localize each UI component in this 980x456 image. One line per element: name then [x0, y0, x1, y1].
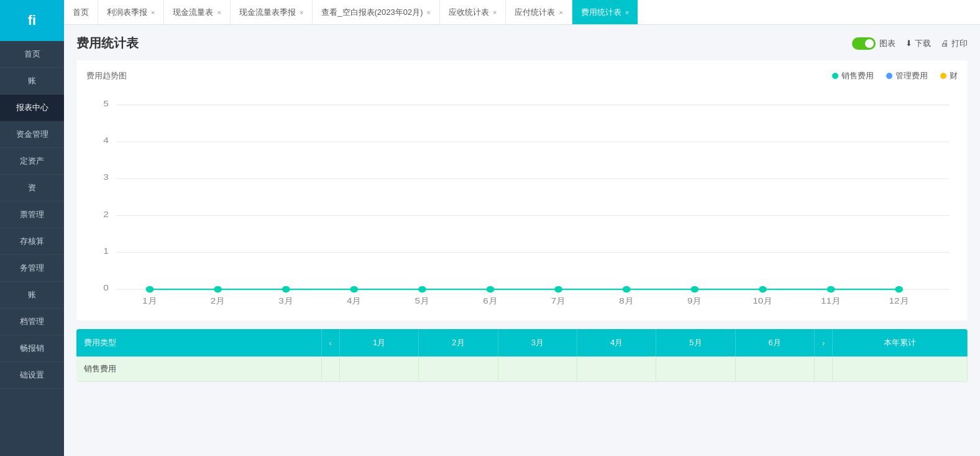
- line-chart-svg: 0 1 2 3 4 5: [86, 86, 958, 310]
- row-val-blank2: [814, 356, 832, 381]
- svg-text:5月: 5月: [415, 297, 430, 305]
- svg-text:10月: 10月: [753, 297, 772, 305]
- sidebar-item-base-settings[interactable]: 础设置: [0, 362, 64, 389]
- svg-text:9月: 9月: [687, 297, 702, 305]
- chart-point-jun: [487, 286, 495, 293]
- chart-toggle-label: 图表: [879, 38, 895, 49]
- download-label: 下载: [915, 38, 931, 49]
- sidebar-item-archive-mgmt[interactable]: 档管理: [0, 309, 64, 335]
- chart-card: 费用趋势图 销售费用 管理费用 财: [76, 60, 968, 320]
- chart-point-mar: [282, 286, 290, 293]
- svg-text:11月: 11月: [821, 297, 841, 305]
- tab-profit-quarter[interactable]: 利润表季报 ×: [98, 0, 164, 25]
- svg-text:0: 0: [103, 283, 109, 292]
- data-table: 费用类型 ‹ 1月 2月 3月 4月 5月 6月 › 本年累计 销售费用: [76, 329, 968, 382]
- download-button[interactable]: ⬇ 下载: [905, 38, 931, 49]
- tab-blank-report[interactable]: 查看_空白报表(2023年02月) ×: [313, 0, 440, 25]
- col-month-5: 5月: [656, 329, 735, 356]
- svg-text:8月: 8月: [619, 297, 634, 305]
- chart-toggle[interactable]: [852, 37, 876, 50]
- svg-text:3: 3: [103, 173, 109, 182]
- tab-expense[interactable]: 费用统计表 ×: [572, 0, 638, 25]
- sidebar-item-ledger[interactable]: 账: [0, 282, 64, 309]
- table-row: 销售费用: [76, 356, 968, 381]
- svg-text:5: 5: [103, 99, 109, 108]
- chart-point-feb: [214, 286, 222, 293]
- sidebar-item-report-center[interactable]: 报表中心: [0, 95, 64, 121]
- print-button[interactable]: 🖨 打印: [941, 38, 968, 49]
- sidebar-item-inventory[interactable]: 存核算: [0, 228, 64, 255]
- col-month-1: 1月: [339, 329, 418, 356]
- chart-point-nov: [827, 286, 835, 293]
- tab-close-receivable[interactable]: ×: [493, 9, 497, 16]
- svg-text:2: 2: [103, 210, 109, 218]
- row-annual: [833, 356, 968, 381]
- sidebar-item-home[interactable]: 首页: [0, 41, 64, 68]
- print-label: 打印: [951, 38, 968, 49]
- tab-home[interactable]: 首页: [64, 0, 98, 25]
- sidebar-item-smooth-cancel[interactable]: 畅报销: [0, 335, 64, 362]
- chart-toggle-wrap: 图表: [852, 37, 895, 50]
- sidebar-item-service-mgmt[interactable]: 务管理: [0, 255, 64, 282]
- tab-cashflow-quarter[interactable]: 现金流量表季报 ×: [231, 0, 313, 25]
- row-type-label: 销售费用: [76, 356, 321, 381]
- chart-title: 费用趋势图: [86, 70, 127, 81]
- col-month-4: 4月: [577, 329, 656, 356]
- row-val-6: [735, 356, 814, 381]
- svg-text:12月: 12月: [889, 297, 909, 305]
- chart-point-apr: [350, 286, 358, 293]
- tab-close-blank-report[interactable]: ×: [427, 9, 431, 16]
- legend-dot-admin: [886, 73, 892, 79]
- row-val-blank: [321, 356, 339, 381]
- row-val-3: [498, 356, 577, 381]
- chart-point-jan: [146, 286, 154, 293]
- legend-label-sales: 销售费用: [841, 70, 874, 81]
- row-val-1: [339, 356, 418, 381]
- svg-text:3月: 3月: [278, 297, 293, 305]
- sidebar-item-ticket-mgmt[interactable]: 票管理: [0, 202, 64, 228]
- tab-close-profit-quarter[interactable]: ×: [151, 9, 155, 16]
- legend-admin: 管理费用: [886, 70, 928, 81]
- nav-next-button[interactable]: ›: [814, 329, 832, 356]
- sidebar-item-account[interactable]: 账: [0, 68, 64, 95]
- sidebar-logo: fi: [0, 0, 64, 41]
- chart-point-oct: [759, 286, 767, 293]
- page-title: 费用统计表: [76, 35, 139, 52]
- tab-receivable[interactable]: 应收统计表 ×: [440, 0, 506, 25]
- chart-point-dec: [895, 286, 903, 293]
- legend-label-admin: 管理费用: [895, 70, 928, 81]
- nav-prev-button[interactable]: ‹: [321, 329, 339, 356]
- row-val-5: [656, 356, 735, 381]
- chart-point-jul: [554, 286, 562, 293]
- tab-cashflow[interactable]: 现金流量表 ×: [164, 0, 230, 25]
- header-actions: 图表 ⬇ 下载 🖨 打印: [852, 37, 968, 50]
- tab-close-expense[interactable]: ×: [625, 9, 629, 16]
- print-icon: 🖨: [941, 39, 949, 48]
- tab-close-cashflow[interactable]: ×: [217, 9, 221, 16]
- col-month-3: 3月: [498, 329, 577, 356]
- row-val-4: [577, 356, 656, 381]
- tab-close-cashflow-quarter[interactable]: ×: [300, 9, 303, 16]
- sidebar-item-fixed-assets[interactable]: 定资产: [0, 148, 64, 175]
- tab-bar: 首页 利润表季报 × 现金流量表 × 现金流量表季报 × 查看_空白报表(202…: [64, 0, 980, 25]
- data-table-wrap: 费用类型 ‹ 1月 2月 3月 4月 5月 6月 › 本年累计 销售费用: [76, 329, 968, 382]
- col-month-6: 6月: [735, 329, 814, 356]
- svg-text:4: 4: [103, 136, 109, 144]
- chart-point-aug: [623, 286, 631, 293]
- tab-payable[interactable]: 应付统计表 ×: [506, 0, 572, 25]
- tab-close-payable[interactable]: ×: [559, 9, 562, 16]
- col-month-2: 2月: [419, 329, 498, 356]
- legend-dot-sales: [832, 73, 838, 79]
- col-type: 费用类型: [76, 329, 321, 356]
- sidebar-item-fund-mgmt[interactable]: 资金管理: [0, 121, 64, 148]
- legend-sales: 销售费用: [832, 70, 874, 81]
- sidebar-item-resources[interactable]: 资: [0, 175, 64, 202]
- legend-finance: 财: [940, 70, 958, 81]
- svg-text:4月: 4月: [347, 297, 362, 305]
- svg-text:7月: 7月: [551, 297, 566, 305]
- chart-point-sep: [690, 286, 698, 293]
- legend-label-finance: 财: [950, 70, 958, 81]
- svg-text:1: 1: [103, 246, 109, 255]
- sidebar: fi 首页 账 报表中心 资金管理 定资产 资 票管理 存核算 务管理 账 档管…: [0, 0, 64, 456]
- svg-text:2月: 2月: [211, 297, 226, 305]
